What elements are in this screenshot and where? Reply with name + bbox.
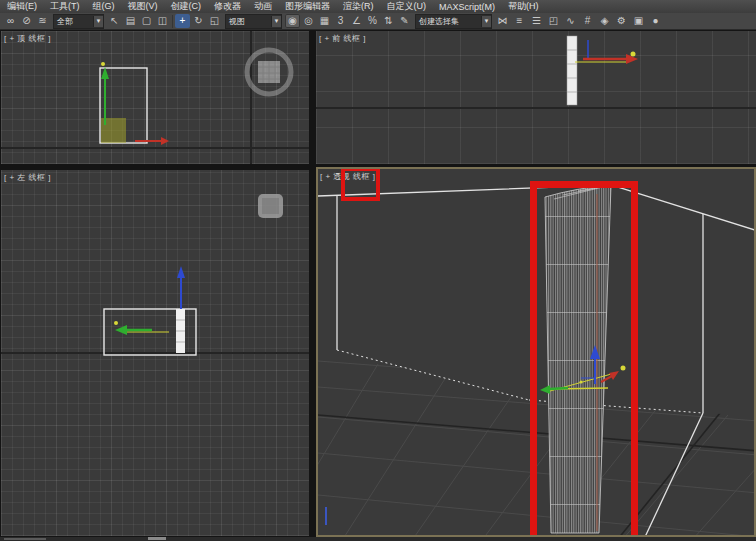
layer-manager-icon[interactable]: ☰: [529, 14, 544, 28]
status-text: [4, 538, 46, 540]
material-editor-icon[interactable]: ◈: [597, 14, 612, 28]
select-and-scale-icon[interactable]: ◱: [207, 14, 222, 28]
reference-coordinate-dropdown[interactable]: 视图 ▼: [225, 14, 282, 29]
annotation-box-column: [530, 181, 638, 537]
schematic-view-icon[interactable]: #: [580, 14, 595, 28]
select-object-icon[interactable]: ↖: [107, 14, 122, 28]
graphite-tools-icon[interactable]: ◰: [546, 14, 561, 28]
render-tools-group: ⋈≡☰◰∿#◈⚙▣●: [495, 14, 663, 28]
menu-tools[interactable]: 工具(T): [48, 0, 82, 13]
select-by-name-icon[interactable]: ▤: [123, 14, 138, 28]
rectangular-selection-icon[interactable]: ▢: [139, 14, 154, 28]
window-crossing-icon[interactable]: ◫: [155, 14, 170, 28]
snap-tools-group: ◉◎▦3∠%⇅✎: [285, 14, 412, 28]
wall-object[interactable]: [567, 36, 577, 105]
move-gizmo[interactable]: [114, 266, 185, 335]
keyboard-override-icon[interactable]: ▦: [317, 14, 332, 28]
viewport-label-top[interactable]: [ + 顶 线框 ]: [4, 33, 51, 44]
scene-front-view: [316, 31, 756, 164]
select-and-link-icon[interactable]: ∞: [3, 14, 18, 28]
link-tools-group: ∞⊘≋: [3, 14, 50, 28]
menu-help[interactable]: 帮助(H): [506, 0, 541, 13]
menu-modifiers[interactable]: 修改器: [212, 0, 243, 13]
annotation-box-label: [341, 167, 380, 201]
status-bar: [0, 537, 756, 541]
named-selection-sets-value: 创建选择集: [419, 16, 478, 27]
angle-snap-icon[interactable]: ∠: [349, 14, 364, 28]
named-selection-sets-dropdown[interactable]: 创建选择集 ▼: [415, 14, 492, 29]
render-production-icon[interactable]: ●: [648, 14, 663, 28]
rendered-frame-icon[interactable]: ▣: [631, 14, 646, 28]
move-gizmo[interactable]: [575, 40, 638, 64]
use-pivot-center-icon[interactable]: ◉: [285, 14, 300, 28]
viewcube-widget[interactable]: [258, 194, 283, 218]
wall-object[interactable]: [176, 309, 185, 353]
status-value: [148, 537, 166, 540]
chevron-down-icon[interactable]: ▼: [481, 16, 491, 27]
spinner-snap-icon[interactable]: ⇅: [381, 14, 396, 28]
menu-create[interactable]: 创建(C): [169, 0, 204, 13]
menu-group[interactable]: 组(G): [91, 0, 117, 13]
navigation-widget[interactable]: [247, 50, 291, 94]
transform-tools-group: +↻◱: [175, 14, 222, 28]
main-toolbar: ∞⊘≋ 全部 ▼ ↖▤▢◫ +↻◱ 视图 ▼ ◉◎▦3∠%⇅✎ 创建选择集 ▼ …: [0, 13, 756, 30]
render-setup-icon[interactable]: ⚙: [614, 14, 629, 28]
selection-tools-group: ↖▤▢◫: [107, 14, 170, 28]
menu-customize[interactable]: 自定义(U): [385, 0, 429, 13]
move-gizmo[interactable]: [101, 62, 169, 145]
scene-left-view: [1, 170, 309, 536]
bind-to-spacewarp-icon[interactable]: ≋: [35, 14, 50, 28]
viewport-top[interactable]: [ + 顶 线框 ]: [1, 31, 309, 164]
select-and-move-icon[interactable]: +: [175, 14, 190, 28]
select-and-rotate-icon[interactable]: ↻: [191, 14, 206, 28]
menu-graph-editors[interactable]: 图形编辑器: [283, 0, 332, 13]
menu-edit[interactable]: 编辑(E): [5, 0, 39, 13]
selection-filter-value: 全部: [57, 16, 90, 27]
mirror-icon[interactable]: ⋈: [495, 14, 510, 28]
select-and-manipulate-icon[interactable]: ◎: [301, 14, 316, 28]
viewport-left[interactable]: [ + 左 线框 ]: [1, 170, 309, 536]
viewport-front[interactable]: [ + 前 线框 ]: [316, 31, 756, 164]
scene-top-view: [1, 31, 309, 164]
edit-named-sets-icon[interactable]: ✎: [397, 14, 412, 28]
toolbar-separator: [172, 15, 173, 28]
align-icon[interactable]: ≡: [512, 14, 527, 28]
curve-editor-icon[interactable]: ∿: [563, 14, 578, 28]
menu-views[interactable]: 视图(V): [126, 0, 160, 13]
selection-filter-dropdown[interactable]: 全部 ▼: [53, 14, 104, 29]
chevron-down-icon[interactable]: ▼: [93, 16, 103, 27]
menu-maxscript[interactable]: MAXScript(M): [437, 2, 497, 12]
menu-rendering[interactable]: 渲染(R): [341, 0, 376, 13]
menu-bar: 编辑(E)工具(T)组(G)视图(V)创建(C)修改器动画图形编辑器渲染(R)自…: [0, 0, 756, 13]
viewport-perspective[interactable]: [ + 透视 线框 ]: [316, 167, 756, 537]
viewport-label-left[interactable]: [ + 左 线框 ]: [4, 172, 51, 183]
viewport-label-front[interactable]: [ + 前 线框 ]: [319, 33, 366, 44]
unlink-selection-icon[interactable]: ⊘: [19, 14, 34, 28]
reference-coordinate-value: 视图: [229, 16, 268, 27]
percent-snap-icon[interactable]: %: [365, 14, 380, 28]
snap-3d-icon[interactable]: 3: [333, 14, 348, 28]
chevron-down-icon[interactable]: ▼: [271, 16, 281, 27]
3dsmax-window: 编辑(E)工具(T)组(G)视图(V)创建(C)修改器动画图形编辑器渲染(R)自…: [0, 0, 756, 541]
menu-animation[interactable]: 动画: [252, 0, 274, 13]
